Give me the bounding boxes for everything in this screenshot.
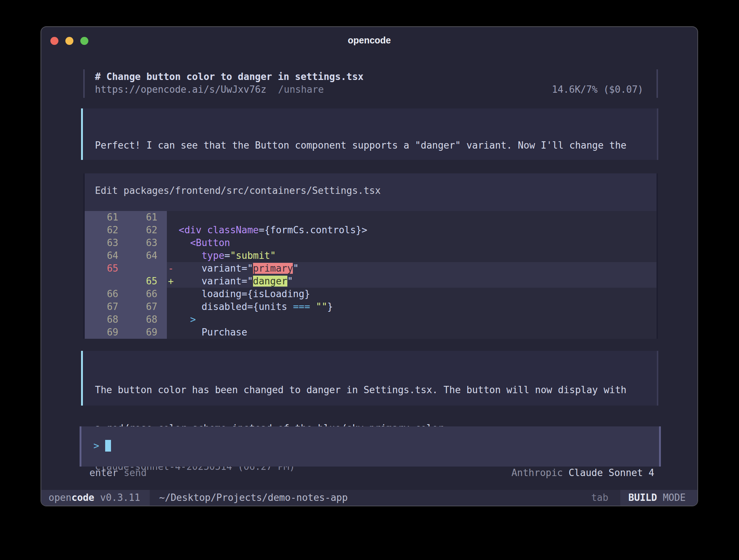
opencode-window: opencode # Change button color to danger… xyxy=(41,27,697,506)
code-token xyxy=(167,314,190,325)
code-token xyxy=(310,301,316,312)
token-usage: 14.6K/7% ($0.07) xyxy=(552,83,643,96)
code-cell: > xyxy=(167,313,656,326)
code-token xyxy=(202,225,207,235)
diff-row: 65- variant="primary" xyxy=(85,262,656,275)
new-line-number: 62 xyxy=(118,224,157,237)
tab-key-hint: tab xyxy=(591,490,608,506)
code-token xyxy=(167,237,190,248)
old-line-number xyxy=(85,275,118,288)
code-token: === xyxy=(293,301,310,312)
code-token xyxy=(167,225,179,235)
app-version-segment: opencodev0.3.11 xyxy=(41,490,150,506)
unshare-command[interactable]: /unshare xyxy=(278,83,324,96)
code-line: disabled={units === ""} xyxy=(167,300,333,313)
line-number-gutter: 6868 xyxy=(85,313,167,326)
code-token: loading={isLoading} xyxy=(167,288,310,299)
working-directory: ~/Desktop/Projects/demo-notes-app xyxy=(159,490,348,506)
edit-tool-title: Edit packages/frontend/src/containers/Se… xyxy=(85,173,656,197)
code-line: > xyxy=(167,313,196,326)
code-token: = xyxy=(259,225,264,235)
line-number-gutter: 65 xyxy=(85,262,167,275)
new-line-number: 69 xyxy=(118,326,157,339)
code-token: "submit" xyxy=(230,250,276,261)
old-line-number: 66 xyxy=(85,288,118,300)
assistant-message: The button color has been changed to dan… xyxy=(81,351,658,406)
text-cursor xyxy=(105,440,111,452)
code-token: " xyxy=(293,263,299,274)
code-cell: - variant="primary" xyxy=(167,262,656,275)
code-line: variant="primary" xyxy=(167,262,299,275)
code-cell: loading={isLoading} xyxy=(167,288,656,300)
key-hint-enter: enter xyxy=(89,467,118,479)
code-token: {formCs.controls}> xyxy=(264,225,367,235)
old-line-number: 68 xyxy=(85,313,118,326)
code-cell: <Button xyxy=(167,237,656,249)
session-title: # Change button color to danger in setti… xyxy=(95,70,643,83)
session-header: # Change button color to danger in setti… xyxy=(83,69,658,98)
diff-row: 6262 <div className={formCs.controls}> xyxy=(85,224,656,237)
old-line-number: 65 xyxy=(85,262,118,275)
model-provider: Anthropic xyxy=(512,467,563,479)
line-number-gutter: 6666 xyxy=(85,288,167,300)
code-line: loading={isLoading} xyxy=(167,288,310,300)
code-line: type="submit" xyxy=(167,249,276,262)
prompt-symbol: > xyxy=(93,440,99,451)
new-line-number: 63 xyxy=(118,237,157,249)
code-line: <div className={formCs.controls}> xyxy=(167,224,367,237)
model-name-prefix xyxy=(563,467,569,479)
new-line-number: 64 xyxy=(118,249,157,262)
status-bar: opencodev0.3.11 ~/Desktop/Projects/demo-… xyxy=(41,490,697,506)
code-line: <Button xyxy=(167,237,230,249)
old-line-number: 62 xyxy=(85,224,118,237)
key-hint-action-label: send xyxy=(124,467,147,479)
line-number-gutter: 6767 xyxy=(85,300,167,313)
line-number-gutter: 6161 xyxy=(85,211,167,224)
code-token: type xyxy=(202,250,225,261)
model-name: Claude Sonnet 4 xyxy=(568,467,654,479)
code-line: Purchase xyxy=(167,326,247,339)
code-token: <div xyxy=(179,225,202,235)
old-line-number: 64 xyxy=(85,249,118,262)
diff-row: 6363 <Button xyxy=(85,237,656,249)
old-line-number: 67 xyxy=(85,300,118,313)
line-number-gutter: 65 xyxy=(85,275,167,288)
code-token: danger xyxy=(253,276,287,287)
mode-value: BUILD xyxy=(628,490,657,506)
hints-row: enter send Anthropic Claude Sonnet 4 xyxy=(41,467,697,479)
line-number-gutter: 6262 xyxy=(85,224,167,237)
new-line-number xyxy=(118,262,157,275)
code-token xyxy=(167,250,202,261)
new-line-number: 65 xyxy=(118,275,157,288)
code-token: variant=" xyxy=(167,276,253,287)
diff-row: 6868 > xyxy=(85,313,656,326)
old-line-number: 63 xyxy=(85,237,118,249)
app-version: v0.3.11 xyxy=(100,490,140,506)
spacer xyxy=(147,467,512,479)
code-token: } xyxy=(327,301,333,312)
new-line-number: 67 xyxy=(118,300,157,313)
mode-segment[interactable]: BUILDMODE xyxy=(620,490,697,506)
new-line-number: 68 xyxy=(118,313,157,326)
message-line: The button color has been changed to dan… xyxy=(95,384,657,396)
diff-row: 65+ variant="danger" xyxy=(85,275,656,288)
line-number-gutter: 6363 xyxy=(85,237,167,249)
code-cell xyxy=(167,211,656,224)
code-token: variant=" xyxy=(167,263,253,274)
diff-row: 6464 type="submit" xyxy=(85,249,656,262)
diff-row: 6767 disabled={units === ""} xyxy=(85,300,656,313)
share-url[interactable]: https://opencode.ai/s/UwJxv76z xyxy=(95,83,267,96)
code-cell: disabled={units === ""} xyxy=(167,300,656,313)
edit-tool-block: Edit packages/frontend/src/containers/Se… xyxy=(83,173,658,339)
code-token: className xyxy=(207,225,259,235)
code-token: > xyxy=(190,314,196,325)
message-line: Perfect! I can see that the Button compo… xyxy=(95,139,657,152)
old-line-number: 69 xyxy=(85,326,118,339)
key-hint-action xyxy=(118,467,124,479)
prompt-input[interactable]: > xyxy=(80,426,661,467)
code-token: " xyxy=(287,276,293,287)
new-line-number: 66 xyxy=(118,288,157,300)
diff-row: 6161 xyxy=(85,211,656,224)
code-token: "" xyxy=(316,301,327,312)
window-title: opencode xyxy=(41,27,697,53)
